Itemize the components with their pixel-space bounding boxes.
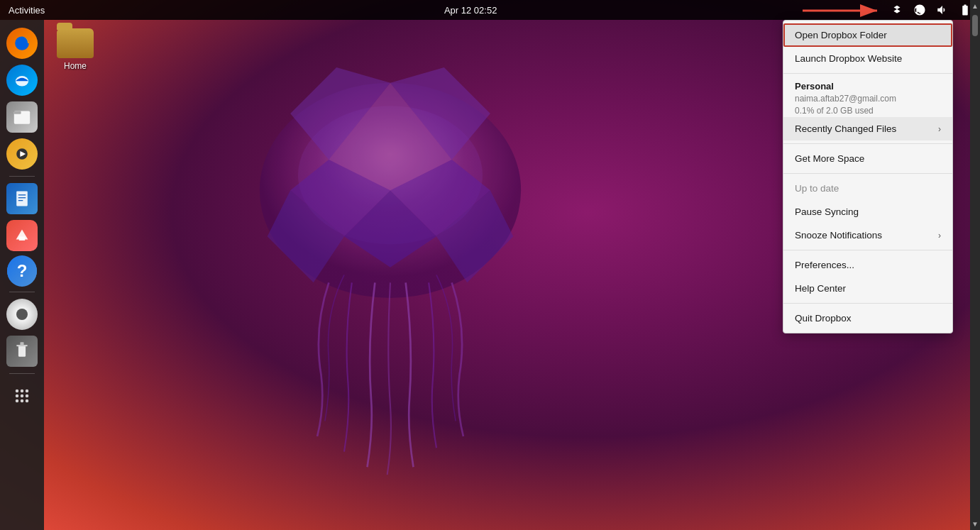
dock-separator-1 bbox=[9, 176, 35, 177]
menu-snooze-notifications[interactable]: Snooze Notifications › bbox=[783, 223, 952, 247]
svg-marker-11 bbox=[894, 9, 901, 13]
dock-item-dvd[interactable] bbox=[6, 298, 38, 331]
svg-point-35 bbox=[16, 399, 18, 402]
svg-point-15 bbox=[16, 76, 28, 87]
dropbox-tray-icon[interactable] bbox=[888, 0, 906, 20]
menu-email: naima.aftab27@gmail.com bbox=[783, 93, 952, 105]
dock: ? bbox=[0, 20, 44, 530]
svg-point-34 bbox=[26, 394, 28, 397]
volume-tray-icon[interactable] bbox=[933, 0, 952, 20]
dock-item-rhythmbox[interactable] bbox=[6, 138, 38, 170]
menu-separator-4 bbox=[783, 250, 952, 250]
menu-separator-2 bbox=[783, 143, 952, 144]
svg-point-31 bbox=[26, 390, 28, 392]
network-tray-icon[interactable] bbox=[910, 0, 929, 20]
svg-rect-26 bbox=[18, 346, 26, 356]
menu-launch-website[interactable]: Launch Dropbox Website bbox=[783, 47, 952, 70]
menu-storage-used: 0.1% of 2.0 GB used bbox=[783, 105, 952, 117]
svg-rect-28 bbox=[20, 342, 23, 346]
dropbox-context-menu: Open Dropbox Folder Launch Dropbox Websi… bbox=[783, 20, 953, 333]
menu-pause-syncing[interactable]: Pause Syncing bbox=[783, 200, 952, 223]
dock-item-writer[interactable] bbox=[6, 182, 38, 215]
activities-button[interactable]: Activities bbox=[0, 0, 53, 20]
dock-item-files[interactable] bbox=[6, 101, 38, 133]
dock-item-show-apps[interactable] bbox=[6, 380, 38, 412]
menu-open-folder[interactable]: Open Dropbox Folder bbox=[783, 23, 952, 47]
svg-rect-21 bbox=[16, 192, 28, 206]
dock-item-help[interactable]: ? bbox=[7, 256, 37, 286]
menu-get-more-space[interactable]: Get More Space bbox=[783, 147, 952, 170]
svg-point-37 bbox=[26, 399, 28, 402]
svg-point-32 bbox=[16, 394, 18, 397]
svg-rect-25 bbox=[19, 236, 25, 241]
menu-separator-3 bbox=[783, 173, 952, 174]
scrollbar-down-arrow[interactable]: ▼ bbox=[969, 518, 980, 530]
menu-help-center[interactable]: Help Center bbox=[783, 277, 952, 300]
topbar-tray bbox=[888, 0, 980, 20]
dock-separator-2 bbox=[9, 292, 35, 292]
svg-point-33 bbox=[21, 394, 23, 397]
topbar-clock: Apr 12 02:52 bbox=[53, 5, 888, 16]
menu-recently-changed[interactable]: Recently Changed Files › bbox=[783, 117, 952, 140]
folder-graphic bbox=[57, 28, 94, 58]
menu-status-uptodate: Up to date bbox=[783, 177, 952, 200]
datetime-display: Apr 12 02:52 bbox=[444, 5, 497, 16]
jellyfish-decoration bbox=[142, 21, 639, 482]
dock-separator-3 bbox=[9, 373, 35, 374]
svg-point-36 bbox=[21, 399, 23, 402]
svg-point-30 bbox=[21, 390, 23, 392]
scrollbar-thumb[interactable] bbox=[972, 15, 978, 36]
dock-item-thunderbird[interactable] bbox=[6, 64, 38, 96]
dock-item-trash[interactable] bbox=[6, 335, 38, 368]
menu-section-personal: Personal bbox=[783, 77, 952, 93]
scrollbar-up-arrow[interactable]: ▲ bbox=[969, 0, 980, 12]
menu-quit-dropbox[interactable]: Quit Dropbox bbox=[783, 307, 952, 330]
scrollbar[interactable]: ▲ ▼ bbox=[970, 0, 980, 530]
dock-item-firefox[interactable] bbox=[6, 27, 38, 60]
menu-separator-5 bbox=[783, 303, 952, 304]
chevron-right-snooze-icon: › bbox=[938, 231, 941, 241]
svg-rect-17 bbox=[14, 111, 21, 114]
desktop: Activities Apr 12 02:52 bbox=[0, 0, 980, 530]
menu-separator-1 bbox=[783, 73, 952, 74]
folder-label: Home bbox=[64, 61, 87, 71]
home-folder-icon[interactable]: Home bbox=[57, 28, 94, 71]
dock-item-appstore[interactable] bbox=[6, 219, 38, 252]
svg-point-29 bbox=[16, 390, 18, 392]
menu-preferences[interactable]: Preferences... bbox=[783, 253, 952, 277]
chevron-right-icon: › bbox=[938, 124, 941, 134]
